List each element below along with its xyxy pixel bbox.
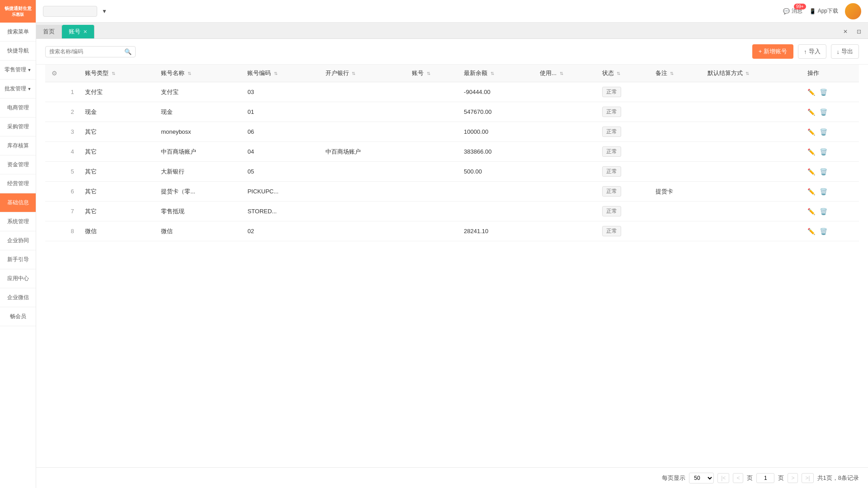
page-size-select[interactable]: 50 100	[689, 473, 714, 483]
col-header-settings[interactable]: ⚙	[45, 65, 63, 82]
last-page-button[interactable]: >|	[802, 473, 813, 483]
sidebar-item-retail-mgmt[interactable]: 零售管理 ▼	[0, 61, 36, 80]
row-remark	[652, 122, 704, 142]
sidebar-item-label: 零售管理	[5, 66, 26, 74]
edit-icon[interactable]: ✏️	[807, 148, 815, 155]
delete-icon[interactable]: 🗑️	[820, 89, 827, 96]
row-status: 正常	[599, 202, 652, 221]
col-header-usage[interactable]: 使用... ⇅	[536, 65, 598, 82]
row-default-settle	[704, 202, 804, 221]
col-remark-label: 备注	[656, 70, 667, 76]
first-page-button[interactable]: |<	[717, 473, 729, 483]
sidebar-item-company-wechat[interactable]: 企业微信	[0, 288, 36, 307]
edit-icon[interactable]: ✏️	[807, 89, 815, 96]
tab-home[interactable]: 首页	[36, 25, 62, 38]
chevron-icon: ▼	[28, 87, 32, 91]
edit-icon[interactable]: ✏️	[807, 228, 815, 235]
app-download-button[interactable]: 📱 App下载	[809, 7, 838, 15]
row-settings	[45, 142, 63, 162]
col-header-type[interactable]: 账号类型 ⇅	[81, 65, 157, 82]
sidebar-item-basic-info[interactable]: 基础信息	[0, 193, 36, 212]
col-header-name[interactable]: 账号名称 ⇅	[157, 65, 244, 82]
sidebar-item-quick-nav[interactable]: 快捷导航	[0, 42, 36, 61]
edit-icon[interactable]: ✏️	[807, 168, 815, 175]
delete-icon[interactable]: 🗑️	[820, 148, 827, 155]
sidebar-item-wholesale-mgmt[interactable]: 批发管理 ▼	[0, 80, 36, 99]
edit-icon[interactable]: ✏️	[807, 188, 815, 195]
sidebar-item-new-guide[interactable]: 新手引导	[0, 250, 36, 269]
col-header-account[interactable]: 账号 ⇅	[408, 65, 460, 82]
sidebar-item-member[interactable]: 畅会员	[0, 307, 36, 326]
row-name: 支付宝	[157, 82, 244, 102]
search-box[interactable]: 🔍	[45, 46, 136, 57]
tab-maximize-button[interactable]: ⊡	[852, 25, 866, 38]
row-status: 正常	[599, 221, 652, 241]
row-action: ✏️ 🗑️	[804, 162, 859, 182]
col-header-bank[interactable]: 开户银行 ⇅	[322, 65, 408, 82]
export-button[interactable]: ↓ 导出	[831, 44, 859, 59]
messages-button[interactable]: 💬 消息 99+	[783, 7, 802, 15]
sidebar-item-ops-mgmt[interactable]: 经营管理	[0, 174, 36, 193]
col-name-label: 账号名称	[161, 70, 184, 76]
sidebar-item-inventory[interactable]: 库存核算	[0, 136, 36, 155]
delete-icon[interactable]: 🗑️	[820, 228, 827, 235]
col-header-balance[interactable]: 最新余额 ⇅	[460, 65, 536, 82]
delete-icon[interactable]: 🗑️	[820, 168, 827, 175]
row-remark	[652, 202, 704, 221]
table-container: ⚙ 账号类型 ⇅ 账号名称 ⇅ 账号编码 ⇅	[36, 65, 868, 467]
sidebar-item-finance-mgmt[interactable]: 资金管理	[0, 155, 36, 174]
status-badge: 正常	[602, 87, 621, 97]
topbar-search-input[interactable]	[43, 6, 97, 17]
sidebar-item-ecommerce-mgmt[interactable]: 电商管理	[0, 99, 36, 117]
tab-restore-button[interactable]: ✕	[839, 25, 852, 38]
tab-account[interactable]: 账号 ✕	[62, 25, 94, 38]
delete-icon[interactable]: 🗑️	[820, 188, 827, 195]
delete-icon[interactable]: 🗑️	[820, 128, 827, 136]
sidebar-item-sys-mgmt[interactable]: 系统管理	[0, 212, 36, 231]
row-account	[408, 82, 460, 102]
edit-icon[interactable]: ✏️	[807, 128, 815, 136]
sort-icon-type: ⇅	[112, 71, 115, 76]
export-icon: ↓	[837, 48, 840, 55]
search-icon[interactable]: 🔍	[124, 48, 132, 55]
import-button[interactable]: ↑ 导入	[798, 44, 826, 59]
row-type: 其它	[81, 142, 157, 162]
total-info: 共1页，8条记录	[817, 474, 859, 482]
new-account-button[interactable]: + 新增账号	[752, 44, 793, 59]
row-name: 提货卡（零...	[157, 182, 244, 202]
sidebar-item-search-menu[interactable]: 搜索菜单	[0, 23, 36, 42]
row-index: 8	[63, 221, 81, 241]
accounts-table: ⚙ 账号类型 ⇅ 账号名称 ⇅ 账号编码 ⇅	[45, 65, 859, 241]
edit-icon[interactable]: ✏️	[807, 108, 815, 116]
sort-icon-bank: ⇅	[352, 71, 355, 76]
delete-icon[interactable]: 🗑️	[820, 208, 827, 215]
row-action: ✏️ 🗑️	[804, 142, 859, 162]
sidebar-item-app-center[interactable]: 应用中心	[0, 269, 36, 288]
sidebar-item-company-agreement[interactable]: 企业协同	[0, 231, 36, 250]
col-header-default-settle[interactable]: 默认结算方式 ⇅	[704, 65, 804, 82]
row-type: 微信	[81, 221, 157, 241]
tab-close-icon[interactable]: ✕	[83, 29, 87, 35]
search-input[interactable]	[49, 48, 122, 55]
table-row: 4 其它 中百商场账户 04 中百商场账户 383866.00 正常 ✏️ 🗑️	[45, 142, 859, 162]
col-header-status[interactable]: 状态 ⇅	[599, 65, 652, 82]
next-page-button[interactable]: >	[788, 473, 798, 483]
row-usage	[536, 182, 598, 202]
delete-icon[interactable]: 🗑️	[820, 108, 827, 116]
prev-page-button[interactable]: <	[733, 473, 743, 483]
row-index: 4	[63, 142, 81, 162]
sidebar-item-purchase-mgmt[interactable]: 采购管理	[0, 117, 36, 136]
sidebar-item-label: 畅会员	[2, 313, 33, 320]
user-avatar[interactable]	[845, 3, 861, 19]
col-header-remark[interactable]: 备注 ⇅	[652, 65, 704, 82]
table-row: 1 支付宝 支付宝 03 -90444.00 正常 ✏️ 🗑️	[45, 82, 859, 102]
col-header-code[interactable]: 账号编码 ⇅	[244, 65, 321, 82]
edit-icon[interactable]: ✏️	[807, 208, 815, 215]
row-status: 正常	[599, 122, 652, 142]
row-default-settle	[704, 102, 804, 122]
row-account	[408, 202, 460, 221]
row-usage	[536, 221, 598, 241]
page-input[interactable]	[756, 473, 774, 483]
topbar-dropdown[interactable]: ▼	[102, 8, 107, 14]
settings-icon[interactable]: ⚙	[52, 70, 57, 77]
